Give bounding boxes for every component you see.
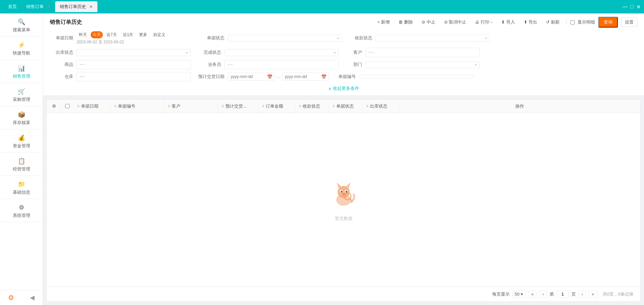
date-btn-yesterday[interactable]: 昨天 bbox=[77, 31, 89, 39]
sidebar-collapse-icon[interactable]: ◀ bbox=[30, 294, 35, 301]
th-date-sort-icon[interactable]: ⇅ bbox=[77, 104, 80, 108]
sidebar-item-quick-nav[interactable]: ⚡ 快捷导航 bbox=[0, 37, 43, 60]
date-btn-custom[interactable]: 自定义 bbox=[151, 31, 168, 39]
th-customer-sort-icon[interactable]: ⇅ bbox=[168, 104, 170, 108]
sidebar-item-base-info-label: 基础信息 bbox=[13, 189, 30, 195]
content-area: 销售订单历史 + 新增 🗑 删除 ⊘ 中止 ⊘ 取消中止 🖨 打印 ▾ ⬇ 导入… bbox=[43, 13, 644, 305]
topbar-close-icon[interactable]: ✕ bbox=[636, 4, 641, 10]
date-buttons: 昨天 今天 近7天 近1月 更多 自定义 bbox=[77, 31, 191, 39]
delivery-status-select[interactable]: ▾ bbox=[77, 49, 191, 56]
department-select[interactable]: ▾ bbox=[366, 61, 480, 68]
page-size-select[interactable]: 50 ▾ bbox=[512, 291, 525, 298]
current-page-input[interactable]: 1 bbox=[557, 291, 569, 298]
import-button[interactable]: ⬇ 导入 bbox=[499, 18, 518, 27]
th-no: ⇅ 单据编号 bbox=[111, 100, 164, 113]
date-btn-today[interactable]: 今天 bbox=[91, 31, 103, 38]
tab-home[interactable]: 首页 bbox=[3, 1, 22, 12]
th-delivery-sort-icon[interactable]: ⇅ bbox=[221, 104, 224, 108]
order-status-select[interactable]: ▾ bbox=[228, 35, 342, 42]
warehouse-more-icon[interactable]: ··· bbox=[80, 74, 85, 80]
th-settings[interactable]: ⚙ bbox=[47, 100, 61, 113]
date-btn-1month[interactable]: 近1月 bbox=[121, 31, 136, 39]
main-layout: 🔍 搜索菜单 ⚡ 快捷导航 📊 销售管理 🛒 采购管理 📦 库存核算 💰 资金管… bbox=[0, 13, 644, 305]
settings-button[interactable]: 设置 bbox=[621, 17, 637, 27]
page-title: 销售订单历史 bbox=[50, 19, 82, 26]
last-page-button[interactable]: » bbox=[589, 291, 597, 298]
th-delivery-status-label: 出库状态 bbox=[370, 103, 387, 109]
table-body: 暂无数据 bbox=[47, 113, 640, 287]
delivery-date-from[interactable] bbox=[228, 73, 265, 80]
collapse-row[interactable]: ∧ 收起更多条件 bbox=[50, 84, 637, 92]
sidebar-item-search-menu[interactable]: 🔍 搜索菜单 bbox=[0, 13, 43, 37]
th-checkbox[interactable] bbox=[61, 100, 74, 113]
tab-sales-order-close[interactable]: ✕ bbox=[47, 4, 50, 9]
top-bar: 首页 销售订单 ✕ 销售订单历史 ✕ — □ ✕ bbox=[0, 0, 644, 13]
customer-more-icon[interactable]: ··· bbox=[369, 49, 374, 55]
tab-sales-order-history-close[interactable]: ✕ bbox=[89, 4, 93, 9]
select-all-checkbox[interactable] bbox=[65, 104, 70, 108]
cancel-stop-button[interactable]: ⊘ 取消中止 bbox=[441, 18, 469, 27]
payment-status-select[interactable]: ▾ bbox=[376, 35, 490, 42]
sidebar-item-sales-mgmt[interactable]: 📊 销售管理 bbox=[0, 60, 43, 83]
stop-button[interactable]: ⊘ 中止 bbox=[419, 18, 438, 27]
tab-sales-order[interactable]: 销售订单 ✕ bbox=[22, 1, 55, 12]
topbar-maximize-icon[interactable]: □ bbox=[630, 4, 634, 10]
th-amount-sort-icon[interactable]: ⇅ bbox=[262, 104, 264, 108]
export-button[interactable]: ⬆ 导出 bbox=[521, 18, 540, 27]
svg-point-8 bbox=[341, 191, 342, 193]
empty-state: 暂无数据 bbox=[327, 178, 360, 222]
filter-row-2: 出库状态 ▾ 完成状态 ▾ 客户 ··· bbox=[50, 48, 637, 57]
prev-page-button[interactable]: ‹ bbox=[540, 291, 547, 298]
query-button[interactable]: 查询 bbox=[598, 17, 618, 28]
th-pay-status-sort-icon[interactable]: ⇅ bbox=[299, 104, 301, 108]
filter-row-3: 商品 ··· 业务员 ··· 部门 ▾ bbox=[50, 60, 637, 69]
new-button[interactable]: + 新增 bbox=[375, 18, 392, 27]
delete-button[interactable]: 🗑 删除 bbox=[396, 18, 416, 27]
display-cols-checkbox[interactable]: 显示明细 bbox=[570, 19, 595, 25]
complete-status-select[interactable]: ▾ bbox=[224, 49, 339, 56]
date-btn-more[interactable]: 更多 bbox=[137, 31, 149, 39]
refresh-button[interactable]: ↺ 刷新 bbox=[543, 18, 562, 27]
customer-input[interactable]: ··· bbox=[366, 48, 480, 57]
goods-input[interactable]: ··· bbox=[77, 60, 191, 69]
goods-more-icon[interactable]: ··· bbox=[80, 62, 85, 68]
sidebar-item-sys-mgmt[interactable]: ⚙ 系统管理 bbox=[0, 199, 43, 222]
table-header: ⚙ ⇅ 单据日期 ⇅ 单据编号 ⇅ 客户 ⇅ bbox=[47, 100, 640, 113]
delivery-date-to[interactable] bbox=[282, 73, 319, 80]
pagination: 每页显示 50 ▾ « ‹ 第 1 页 › » 共0页，0条记录 bbox=[47, 287, 640, 301]
th-no-sort-icon[interactable]: ⇅ bbox=[114, 104, 117, 108]
order-status-arrow-icon: ▾ bbox=[337, 36, 339, 40]
salesperson-more-icon[interactable]: ··· bbox=[227, 62, 233, 68]
print-button[interactable]: 🖨 打印 ▾ bbox=[472, 18, 495, 27]
sidebar-settings-icon[interactable]: ⚙ bbox=[8, 294, 14, 302]
display-cols-input[interactable] bbox=[570, 20, 575, 25]
warehouse-input[interactable]: ··· bbox=[77, 72, 191, 81]
data-table: ⚙ ⇅ 单据日期 ⇅ 单据编号 ⇅ 客户 ⇅ bbox=[46, 99, 641, 302]
order-no-input[interactable] bbox=[359, 75, 473, 78]
tab-sales-order-history[interactable]: 销售订单历史 ✕ bbox=[55, 1, 97, 12]
base-info-icon: 📁 bbox=[18, 181, 25, 188]
department-label: 部门 bbox=[345, 62, 366, 68]
page-unit-label: 页 bbox=[571, 291, 576, 297]
delivery-status-arrow-icon: ▾ bbox=[186, 51, 188, 54]
delivery-date-to-calendar-icon[interactable]: 📅 bbox=[319, 74, 329, 79]
sidebar-item-biz-mgmt[interactable]: 📋 经营管理 bbox=[0, 153, 43, 176]
th-order-status-sort-icon[interactable]: ⇅ bbox=[332, 104, 335, 108]
next-page-button[interactable]: › bbox=[578, 291, 586, 298]
top-bar-right: — □ ✕ bbox=[622, 4, 641, 10]
sidebar-item-search-menu-label: 搜索菜单 bbox=[13, 27, 30, 33]
sidebar-item-purchase-mgmt[interactable]: 🛒 采购管理 bbox=[0, 83, 43, 106]
svg-point-9 bbox=[345, 191, 347, 193]
delivery-date-from-calendar-icon[interactable]: 📅 bbox=[265, 74, 274, 79]
complete-status-filter: ▾ bbox=[224, 49, 339, 56]
collapse-label: 收起更多条件 bbox=[333, 85, 359, 91]
th-order-status-label: 单据状态 bbox=[336, 103, 354, 109]
sidebar-item-base-info[interactable]: 📁 基础信息 bbox=[0, 176, 43, 199]
topbar-minimize-icon[interactable]: — bbox=[622, 4, 628, 10]
sidebar-item-fund-mgmt[interactable]: 💰 资金管理 bbox=[0, 129, 43, 153]
salesperson-input[interactable]: ··· bbox=[224, 60, 339, 69]
sidebar-item-inventory-check[interactable]: 📦 库存核算 bbox=[0, 106, 43, 129]
date-btn-7days[interactable]: 近7天 bbox=[104, 31, 119, 39]
first-page-button[interactable]: « bbox=[528, 291, 536, 298]
th-delivery-status-sort-icon[interactable]: ⇅ bbox=[366, 104, 369, 108]
